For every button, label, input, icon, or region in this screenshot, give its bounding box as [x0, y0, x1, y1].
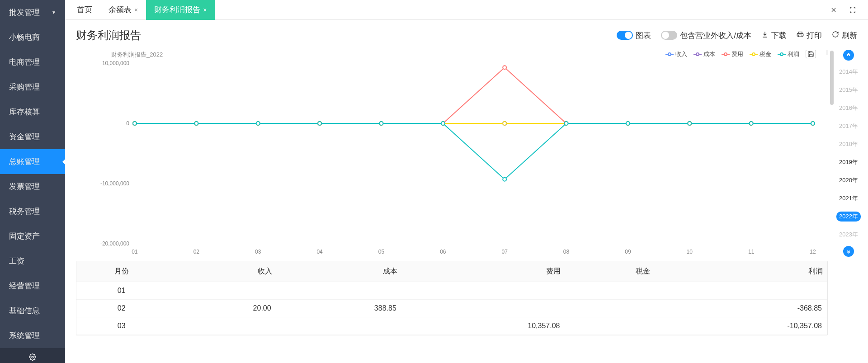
- table-cell: 388.85: [277, 300, 402, 317]
- year-item-6[interactable]: 2020年: [836, 175, 861, 185]
- table-cell: [166, 282, 276, 300]
- year-item-1: 2015年: [836, 85, 861, 95]
- data-table: 月份收入成本费用税金利润 010220.00388.85-368.850310,…: [76, 261, 828, 335]
- table-header: 成本: [277, 261, 402, 282]
- toggle-chart[interactable]: 图表: [617, 30, 651, 41]
- print-icon: [797, 31, 804, 40]
- sidebar-item-4[interactable]: 资金管理: [0, 124, 65, 149]
- table-cell: [565, 282, 655, 300]
- fullscreen-icon[interactable]: [846, 4, 859, 16]
- print-button[interactable]: 打印: [797, 30, 822, 41]
- table-cell: 20.00: [166, 300, 276, 317]
- legend-item[interactable]: 收入: [665, 50, 687, 58]
- table-header: 税金: [565, 261, 655, 282]
- tab-close-icon[interactable]: ×: [203, 0, 207, 20]
- legend-item[interactable]: 成本: [693, 50, 715, 58]
- tab-close-icon[interactable]: ×: [134, 0, 138, 20]
- svg-point-76: [811, 122, 815, 125]
- toggle-nonop[interactable]: 包含营业外收入/成本: [661, 30, 751, 41]
- legend-label: 成本: [703, 50, 715, 58]
- sidebar-item-11[interactable]: 基础信息: [0, 298, 65, 323]
- chart-title: 财务利润报告_2022: [111, 51, 163, 59]
- table-cell: [565, 300, 655, 317]
- svg-point-67: [256, 122, 260, 125]
- table-header: 利润: [655, 261, 827, 282]
- svg-text:05: 05: [378, 249, 385, 255]
- table-header: 收入: [166, 261, 276, 282]
- table-cell: [402, 300, 566, 317]
- sidebar-item-10[interactable]: 经营管理: [0, 273, 65, 298]
- svg-point-74: [688, 122, 691, 125]
- toggle-chart-switch[interactable]: [617, 31, 633, 40]
- svg-point-59: [503, 122, 506, 125]
- sidebar-item-2[interactable]: 采购管理: [0, 75, 65, 99]
- table-cell: -368.85: [655, 300, 827, 317]
- legend-label: 利润: [788, 50, 799, 58]
- svg-text:08: 08: [563, 249, 570, 255]
- tab-row: 首页余额表×财务利润报告×: [65, 0, 868, 20]
- svg-point-47: [503, 66, 506, 69]
- gear-icon: [29, 354, 36, 363]
- svg-text:0: 0: [126, 120, 129, 127]
- table-cell: [166, 317, 276, 335]
- legend-label: 收入: [675, 50, 687, 58]
- print-label: 打印: [807, 30, 822, 41]
- svg-text:11: 11: [748, 249, 755, 255]
- sidebar-item-0[interactable]: 小畅电商: [0, 25, 65, 50]
- sidebar-item-label: 固定资产: [9, 231, 40, 241]
- year-item-8[interactable]: 2022年: [836, 212, 861, 222]
- legend-item[interactable]: 税金: [750, 50, 771, 58]
- chart-save-icon[interactable]: [806, 50, 816, 58]
- refresh-icon: [832, 31, 839, 40]
- sidebar-header[interactable]: 批发管理 ▼: [0, 0, 65, 25]
- tab-0[interactable]: 首页: [69, 0, 100, 20]
- chart-card: 财务利润报告_2022 收入成本费用税金利润 -20,000,000-10,00…: [76, 47, 828, 257]
- year-item-5[interactable]: 2019年: [836, 157, 861, 167]
- tab-label: 余额表: [108, 0, 132, 20]
- svg-point-65: [133, 122, 137, 125]
- svg-point-0: [32, 356, 33, 358]
- sidebar: 批发管理 ▼ 小畅电商电商管理采购管理库存核算资金管理总账管理发票管理税务管理固…: [0, 0, 65, 363]
- legend-item[interactable]: 利润: [778, 50, 799, 58]
- svg-point-68: [318, 122, 321, 125]
- refresh-button[interactable]: 刷新: [832, 30, 857, 41]
- sidebar-item-label: 库存核算: [9, 107, 40, 117]
- tab-1[interactable]: 余额表×: [100, 0, 146, 20]
- close-icon[interactable]: [827, 4, 840, 16]
- svg-point-66: [194, 122, 198, 125]
- settings-button[interactable]: [0, 348, 65, 363]
- year-item-9: 2023年: [836, 230, 861, 240]
- sidebar-item-12[interactable]: 系统管理: [0, 323, 65, 348]
- sidebar-item-5[interactable]: 总账管理: [0, 149, 65, 174]
- sidebar-item-1[interactable]: 电商管理: [0, 50, 65, 75]
- sidebar-item-label: 工资: [9, 256, 24, 266]
- sidebar-item-7[interactable]: 税务管理: [0, 199, 65, 224]
- sidebar-item-9[interactable]: 工资: [0, 249, 65, 273]
- tab-2[interactable]: 财务利润报告×: [146, 0, 215, 20]
- table-cell: -10,357.08: [655, 317, 827, 335]
- svg-text:12: 12: [810, 249, 816, 255]
- table-row: 0220.00388.85-368.85: [76, 300, 827, 317]
- legend-item[interactable]: 费用: [722, 50, 743, 58]
- download-button[interactable]: 下载: [761, 30, 787, 41]
- year-down-button[interactable]: [843, 246, 854, 257]
- sidebar-item-label: 发票管理: [9, 181, 40, 192]
- sidebar-header-label: 批发管理: [9, 7, 40, 18]
- refresh-label: 刷新: [842, 30, 857, 41]
- year-up-button[interactable]: [843, 50, 854, 61]
- toggle-nonop-switch[interactable]: [661, 31, 677, 40]
- year-item-0: 2014年: [836, 67, 861, 77]
- sidebar-item-6[interactable]: 发票管理: [0, 174, 65, 199]
- table-row: 0310,357.08-10,357.08: [76, 317, 827, 335]
- sidebar-item-label: 经营管理: [9, 281, 40, 291]
- svg-text:04: 04: [316, 249, 323, 255]
- year-item-7[interactable]: 2021年: [836, 193, 861, 203]
- year-rail: 2014年2015年2016年2017年2018年2019年2020年2021年…: [835, 47, 863, 358]
- sidebar-item-3[interactable]: 库存核算: [0, 99, 65, 124]
- sidebar-item-8[interactable]: 固定资产: [0, 224, 65, 249]
- table-cell: [402, 282, 566, 300]
- sidebar-item-label: 总账管理: [9, 156, 40, 167]
- year-item-4: 2018年: [836, 139, 861, 149]
- scrollbar[interactable]: [828, 47, 835, 358]
- toggle-nonop-label: 包含营业外收入/成本: [680, 30, 751, 41]
